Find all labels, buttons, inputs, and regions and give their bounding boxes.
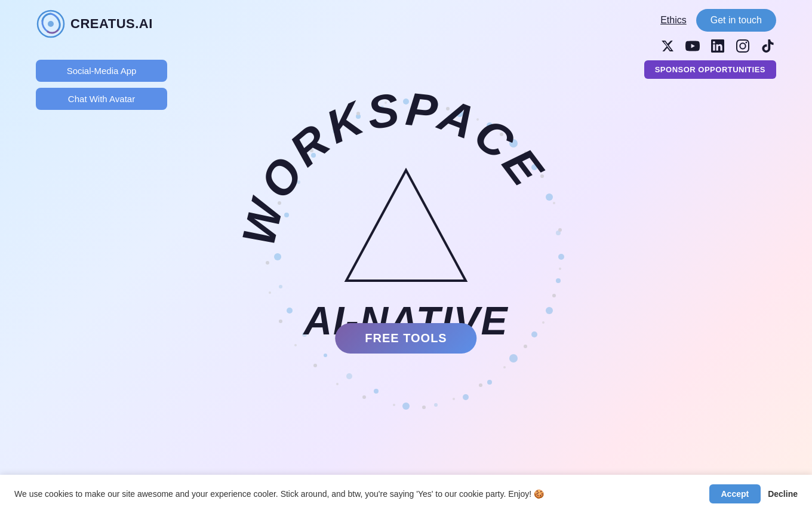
svg-point-46: [453, 398, 455, 400]
svg-point-53: [279, 320, 282, 323]
svg-point-29: [463, 394, 469, 400]
workspace-circle: WORKSPACE AI-NATIVE FREE TOOLS: [233, 84, 579, 430]
svg-point-17: [558, 254, 564, 260]
svg-point-16: [274, 253, 281, 260]
svg-point-19: [556, 278, 561, 283]
svg-marker-64: [346, 170, 466, 281]
svg-point-45: [479, 383, 482, 387]
svg-point-54: [269, 291, 271, 294]
svg-point-28: [374, 389, 379, 394]
svg-point-55: [266, 261, 269, 265]
svg-point-44: [503, 366, 506, 368]
header: CREATUS.AI Ethics Get in touch: [0, 0, 812, 48]
svg-point-48: [393, 404, 395, 406]
header-right: Ethics Get in touch: [644, 9, 776, 79]
svg-point-23: [531, 331, 537, 337]
sidebar-buttons: Social-Media App Chat With Avatar: [36, 60, 167, 110]
logo[interactable]: CREATUS.AI: [36, 9, 153, 39]
svg-point-25: [509, 354, 518, 363]
sponsor-opportunities-button[interactable]: SPONSOR OPPORTUNITIES: [644, 60, 776, 79]
svg-point-18: [279, 285, 282, 288]
social-media-app-button[interactable]: Social-Media App: [36, 60, 167, 82]
header-top-row: Ethics Get in touch: [660, 9, 776, 32]
cookie-buttons: Accept Decline: [709, 484, 798, 503]
svg-point-26: [346, 373, 352, 379]
svg-point-50: [336, 383, 339, 385]
svg-point-43: [524, 345, 527, 348]
svg-point-39: [558, 228, 562, 232]
logo-text: CREATUS.AI: [70, 16, 153, 32]
svg-point-31: [434, 403, 438, 407]
svg-point-41: [552, 294, 556, 297]
x-twitter-icon[interactable]: [659, 38, 676, 54]
svg-point-13: [546, 193, 553, 201]
svg-point-38: [553, 202, 555, 204]
svg-point-27: [487, 380, 492, 385]
svg-point-21: [546, 307, 553, 314]
cookie-message: We use cookies to make our site awesome …: [14, 489, 697, 499]
svg-point-47: [422, 406, 426, 409]
accept-button[interactable]: Accept: [709, 484, 761, 503]
main-content: WORKSPACE AI-NATIVE FREE TOOLS: [233, 84, 579, 430]
tiktok-icon[interactable]: [759, 38, 776, 54]
svg-point-30: [402, 403, 410, 410]
logo-icon: [36, 9, 66, 39]
youtube-icon[interactable]: [684, 38, 701, 54]
svg-point-52: [294, 344, 297, 346]
cookie-banner: We use cookies to make our site awesome …: [0, 475, 812, 513]
svg-point-1: [48, 21, 54, 27]
svg-point-42: [542, 321, 545, 324]
linkedin-icon[interactable]: [709, 38, 726, 54]
svg-point-24: [324, 354, 327, 357]
svg-point-49: [362, 395, 366, 399]
svg-text:WORKSPACE: WORKSPACE: [233, 84, 555, 251]
workspace-graphic: WORKSPACE AI-NATIVE: [233, 84, 579, 430]
get-in-touch-button[interactable]: Get in touch: [696, 9, 776, 32]
free-tools-button[interactable]: FREE TOOLS: [335, 323, 476, 354]
svg-point-51: [313, 364, 317, 367]
instagram-icon[interactable]: [734, 38, 751, 54]
social-icons-row: [659, 38, 776, 54]
decline-button[interactable]: Decline: [768, 484, 798, 503]
svg-point-20: [287, 308, 293, 314]
chat-with-avatar-button[interactable]: Chat With Avatar: [36, 88, 167, 110]
svg-point-40: [559, 268, 561, 270]
ethics-link[interactable]: Ethics: [660, 15, 687, 26]
